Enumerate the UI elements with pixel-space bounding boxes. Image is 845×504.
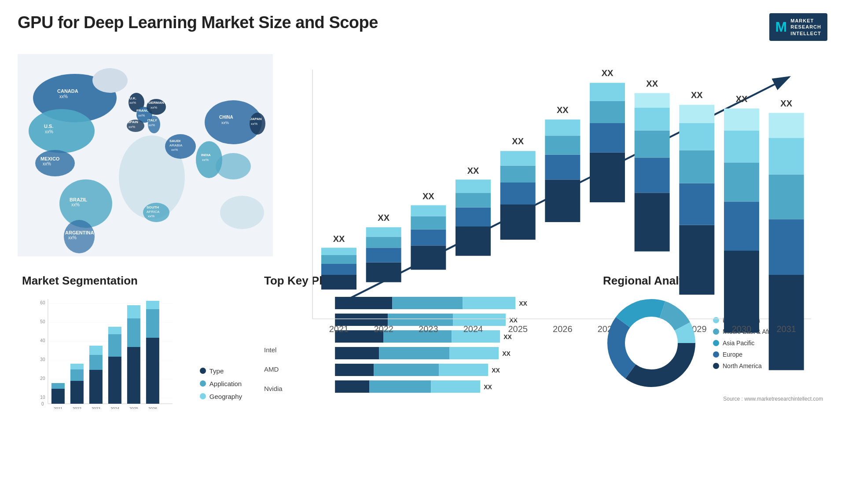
svg-text:XX: XX bbox=[691, 90, 703, 100]
svg-rect-122 bbox=[769, 138, 804, 174]
player-names-col: Intel AMD Nvidia bbox=[264, 303, 283, 416]
svg-text:xx%: xx% bbox=[151, 106, 157, 110]
svg-text:AFRICA: AFRICA bbox=[147, 210, 160, 214]
svg-text:60: 60 bbox=[40, 300, 45, 305]
svg-text:2026: 2026 bbox=[553, 324, 573, 334]
segmentation-section: Market Segmentation 60 50 40 30 20 10 0 bbox=[18, 274, 246, 416]
svg-text:U.S.: U.S. bbox=[44, 124, 53, 129]
svg-text:2022: 2022 bbox=[73, 406, 81, 409]
svg-point-51 bbox=[220, 196, 264, 229]
legend-label-application: Application bbox=[209, 380, 242, 387]
svg-rect-95 bbox=[590, 83, 625, 101]
seg-legend: Type Application Geography bbox=[200, 367, 242, 409]
svg-rect-70 bbox=[411, 216, 446, 230]
svg-text:xx%: xx% bbox=[59, 94, 68, 99]
svg-text:xx%: xx% bbox=[148, 214, 154, 218]
svg-rect-58 bbox=[321, 255, 356, 264]
segmentation-title: Market Segmentation bbox=[22, 274, 242, 288]
svg-rect-162 bbox=[146, 301, 159, 309]
svg-rect-113 bbox=[724, 201, 759, 251]
svg-rect-184 bbox=[335, 380, 369, 393]
svg-text:xx%: xx% bbox=[148, 123, 155, 127]
svg-rect-62 bbox=[366, 263, 401, 282]
player-name-amd1: Intel bbox=[264, 342, 283, 358]
svg-rect-123 bbox=[769, 113, 804, 138]
svg-text:xx%: xx% bbox=[71, 202, 80, 207]
logo-text: MARKET RESEARCH INTELLECT bbox=[790, 18, 821, 37]
svg-rect-71 bbox=[411, 205, 446, 216]
svg-rect-68 bbox=[411, 245, 446, 270]
player-name-amd1-label: Intel bbox=[264, 346, 276, 354]
svg-rect-109 bbox=[679, 105, 714, 123]
svg-rect-114 bbox=[724, 163, 759, 201]
svg-text:ARGENTINA: ARGENTINA bbox=[65, 230, 94, 235]
svg-rect-154 bbox=[108, 327, 121, 334]
world-map-section: CANADA xx% U.S. xx% MEXICO xx% BRAZ bbox=[18, 50, 273, 261]
svg-text:2023: 2023 bbox=[419, 324, 438, 334]
page-container: GPU for Deep Learning Market Size and Sc… bbox=[0, 0, 845, 504]
player-name-intel1 bbox=[264, 303, 283, 319]
svg-rect-120 bbox=[769, 219, 804, 275]
svg-point-11 bbox=[59, 179, 112, 228]
legend-label-type: Type bbox=[209, 367, 224, 375]
svg-rect-63 bbox=[366, 248, 401, 262]
svg-text:30: 30 bbox=[40, 357, 45, 362]
svg-text:SAUDI: SAUDI bbox=[169, 139, 180, 143]
svg-text:xx%: xx% bbox=[202, 158, 209, 162]
svg-rect-100 bbox=[635, 131, 670, 158]
logo-line3: INTELLECT bbox=[790, 30, 821, 37]
svg-rect-152 bbox=[108, 357, 121, 404]
svg-text:XX: XX bbox=[512, 136, 524, 146]
logo-container: M MARKET RESEARCH INTELLECT bbox=[769, 13, 827, 41]
svg-rect-69 bbox=[411, 230, 446, 246]
svg-text:2021: 2021 bbox=[329, 324, 349, 334]
svg-text:SOUTH: SOUTH bbox=[147, 205, 159, 209]
svg-text:XX: XX bbox=[378, 213, 389, 223]
seg-chart-svg: 60 50 40 30 20 10 0 bbox=[22, 295, 187, 409]
svg-rect-64 bbox=[366, 237, 401, 248]
svg-text:xx%: xx% bbox=[221, 121, 229, 125]
svg-text:40: 40 bbox=[40, 338, 45, 343]
svg-text:XX: XX bbox=[333, 234, 345, 244]
svg-point-7 bbox=[35, 150, 75, 176]
svg-text:XX: XX bbox=[484, 383, 492, 391]
svg-text:xx%: xx% bbox=[129, 125, 135, 129]
svg-text:10: 10 bbox=[40, 395, 45, 400]
legend-item-application: Application bbox=[200, 380, 242, 387]
svg-rect-115 bbox=[724, 131, 759, 163]
svg-rect-81 bbox=[500, 183, 536, 205]
svg-rect-76 bbox=[456, 193, 491, 207]
svg-rect-161 bbox=[146, 309, 159, 338]
svg-rect-158 bbox=[127, 305, 140, 318]
svg-text:MEXICO: MEXICO bbox=[40, 156, 60, 161]
svg-text:2021: 2021 bbox=[54, 406, 62, 409]
svg-text:50: 50 bbox=[40, 319, 45, 324]
svg-rect-157 bbox=[127, 318, 140, 347]
svg-text:BRAZIL: BRAZIL bbox=[70, 197, 88, 202]
svg-rect-92 bbox=[590, 153, 625, 202]
svg-text:20: 20 bbox=[40, 376, 45, 381]
svg-text:GERMANY: GERMANY bbox=[148, 101, 167, 105]
world-map-svg: CANADA xx% U.S. xx% MEXICO xx% BRAZ bbox=[18, 50, 273, 261]
svg-rect-65 bbox=[366, 227, 401, 237]
svg-text:2023: 2023 bbox=[92, 406, 100, 409]
svg-rect-150 bbox=[89, 346, 103, 355]
bar-chart-section: XX 2021 XX 2022 XX bbox=[282, 50, 827, 261]
player-name-amd2: AMD bbox=[264, 362, 283, 377]
svg-rect-59 bbox=[321, 248, 356, 255]
svg-point-4 bbox=[29, 109, 95, 153]
svg-text:2024: 2024 bbox=[110, 406, 119, 409]
svg-text:U.K.: U.K. bbox=[129, 96, 136, 100]
svg-text:2025: 2025 bbox=[508, 324, 528, 334]
svg-text:XX: XX bbox=[467, 166, 479, 175]
svg-point-10 bbox=[92, 68, 128, 93]
logo-letter: M bbox=[775, 19, 787, 35]
svg-text:xx%: xx% bbox=[138, 113, 145, 117]
svg-text:JAPAN: JAPAN bbox=[250, 117, 262, 121]
legend-item-geography: Geography bbox=[200, 393, 242, 400]
player-name-intel2 bbox=[264, 323, 283, 339]
svg-rect-87 bbox=[545, 155, 580, 180]
svg-rect-105 bbox=[679, 225, 714, 295]
svg-rect-153 bbox=[108, 334, 121, 357]
svg-rect-77 bbox=[456, 179, 491, 193]
